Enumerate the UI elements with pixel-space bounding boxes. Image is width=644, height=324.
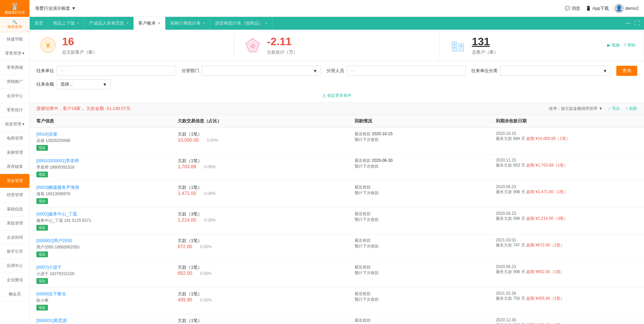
sidebar-item-member[interactable]: 会员中心: [0, 89, 29, 103]
env-dropdown-icon[interactable]: ▼: [72, 6, 76, 11]
debt-amount-5[interactable]: 652.00: [178, 270, 192, 276]
collapse-btn[interactable]: ⋀ 收起更多条件: [323, 93, 352, 98]
tab-close-purchase[interactable]: ×: [203, 21, 205, 26]
overdue-info-3: 2020.06.23 最长欠款 998 天 超期 ¥1,214.00（3笔）: [496, 211, 637, 222]
help-btn[interactable]: ? 帮助: [624, 42, 636, 48]
content-area: ¥ 16 总欠款客户（家） ◇ -2.11: [30, 30, 644, 324]
customer-info-1: [00010200001]李老师 李老师 18600391516 现款: [36, 158, 178, 177]
stat-overdue-amount: ◇ -2.11 欠款合计（万）: [234, 30, 439, 61]
message-icon: 💬: [565, 6, 570, 11]
sidebar-item-ecommerce[interactable]: 电商管理: [0, 131, 29, 146]
debt-info-6: 欠款（1笔） 455.90 0.00%: [178, 291, 355, 302]
tab-products[interactable]: 商品上下架×: [48, 17, 84, 30]
filter-row-2: 往来余额 选择... ▼: [36, 79, 637, 89]
message-btn[interactable]: 💬 消息: [565, 5, 580, 11]
sidebar-item-marketing[interactable]: 营销推广: [0, 75, 29, 89]
debt-amount-6[interactable]: 455.90: [178, 297, 192, 302]
customer-name-1[interactable]: [00010200001]李老师: [36, 158, 79, 163]
sidebar-item-retail-stats[interactable]: 零售统计: [0, 103, 29, 117]
person-input[interactable]: ···: [347, 66, 466, 76]
overdue-amount-2[interactable]: 超期 ¥1,471.00（1笔）: [526, 189, 568, 194]
customer-name-2[interactable]: [0003]畅捷服务尹海燕: [36, 185, 79, 190]
sidebar-logo: 🐰 畅捷通好生意: [0, 0, 29, 17]
payment-info-0: 最近收款 2020-10-15 预计下次收款: [355, 131, 496, 143]
sort-btn[interactable]: 排序：按欠款金额倒序排序 ▼: [549, 106, 603, 112]
tab-close-customer[interactable]: ×: [158, 21, 160, 26]
filter-row-1: 往来单位 ··· 分管部门 ▼ 分管人员 ···: [36, 66, 637, 76]
sidebar-item-enterprise-wx[interactable]: 企业微信: [0, 273, 29, 287]
last-payment-label-1: 最近收款: [355, 158, 371, 163]
svg-rect-7: [460, 45, 462, 47]
sidebar-item-newbie[interactable]: 新手引导: [0, 245, 29, 259]
debt-amount-1[interactable]: 1,703.68: [178, 164, 196, 169]
svg-rect-8: [454, 47, 455, 49]
unit-category-select[interactable]: ▼: [500, 66, 611, 76]
tab-purchase[interactable]: 采购订单统计表×: [165, 17, 210, 30]
customer-name-5[interactable]: [0007]小进干: [36, 265, 62, 270]
overdue-amount-3[interactable]: 超期 ¥1,214.00（3笔）: [526, 216, 568, 221]
sidebar-item-operations[interactable]: 经营管理: [0, 188, 29, 202]
tab-import[interactable]: 进货单统计表（按商品）×: [210, 17, 273, 30]
customer-name-6[interactable]: [0006]去下粮仓: [36, 291, 66, 296]
from-unit-input[interactable]: ···: [57, 66, 176, 76]
building-icon: [448, 35, 468, 55]
sidebar-item-batch-mgmt[interactable]: 批发管理 ▾: [0, 117, 29, 131]
tab-minimize-btn[interactable]: —: [624, 20, 632, 27]
user-avatar[interactable]: 👤 demo2: [614, 4, 639, 13]
overdue-amount-4[interactable]: 超期 ¥672.00（1笔）: [526, 243, 564, 247]
stat-info-overdue-customers: 16 总欠款客户（家）: [62, 35, 97, 55]
tab-customer[interactable]: 客户账本×: [134, 17, 165, 30]
overdue-amount-1[interactable]: 超期 ¥1,703.68（1笔）: [526, 163, 568, 168]
sidebar-item-inventory[interactable]: 库存核算: [0, 160, 29, 174]
debt-amount-0[interactable]: 10,000.00: [178, 137, 199, 143]
refresh-btn[interactable]: ○ 刷新: [625, 106, 637, 112]
filter-dept: 分管部门 ▼: [181, 66, 321, 76]
from-unit-label: 往来单位: [36, 68, 54, 74]
sidebar-item-app-center[interactable]: 应用中心: [0, 259, 29, 273]
tab-home[interactable]: 首页: [30, 17, 48, 30]
export-btn[interactable]: ○ 导出: [608, 106, 620, 112]
sidebar-item-basic-info[interactable]: 基础信息: [0, 202, 29, 216]
sidebar-item-finance[interactable]: 资金管理: [0, 174, 29, 188]
filter-area: 往来单位 ··· 分管部门 ▼ 分管人员 ···: [30, 61, 644, 103]
sidebar-item-purchase-mgmt[interactable]: 采购管理: [0, 146, 29, 160]
overdue-amount-5[interactable]: 超期 ¥652.00（1笔）: [526, 269, 564, 274]
sidebar-item-quick-nav[interactable]: 快捷导航: [0, 32, 29, 47]
table-row: [0016]吴俊 吴俊 13026203696 现款 欠款（1笔） 10,000…: [30, 128, 644, 154]
stat-label-overdue-customers: 总欠款客户（家）: [62, 49, 97, 55]
view-video-btn[interactable]: ▶ 视频: [607, 42, 620, 48]
tab-close-production[interactable]: ×: [126, 21, 129, 26]
refresh-icon: ○: [625, 106, 628, 111]
customer-name-7[interactable]: [000001]黄思源: [36, 318, 67, 323]
debt-amount-2[interactable]: 1,471.00: [178, 190, 196, 196]
debt-amount-3[interactable]: 1,214.00: [178, 217, 196, 223]
tab-close-products[interactable]: ×: [77, 21, 79, 26]
sidebar-item-enterprise[interactable]: 企业协同: [0, 231, 29, 245]
sidebar-item-retail-mall[interactable]: 零售商城: [0, 61, 29, 75]
customer-info-6: [0006]去下粮仓 陈小希 现款: [36, 291, 178, 311]
last-payment-label-0: 最近收款: [355, 131, 371, 136]
search-menu[interactable]: 🔍 搜索菜单: [0, 17, 29, 32]
overdue-amount-0[interactable]: 超期 ¥10,000.00（1笔）: [526, 136, 570, 141]
search-button[interactable]: 查询: [616, 66, 637, 76]
overdue-amount-6[interactable]: 超期 ¥455.90（1笔）: [526, 296, 564, 301]
tab-maximize-btn[interactable]: ⛶: [633, 20, 641, 27]
diamond-icon: ◇: [243, 35, 263, 55]
tab-close-import[interactable]: ×: [265, 21, 268, 26]
app-download-btn[interactable]: 📱 App下载: [586, 5, 609, 11]
sidebar-item-retail-mgmt[interactable]: 零售管理 ▾: [0, 47, 29, 61]
overdue-amount-7[interactable]: 超期 ¥429.00（1笔）: [526, 323, 564, 324]
customer-info-5: [0007]小进干 小进干 18279152100 现款: [36, 264, 178, 284]
sidebar-item-vip-member[interactable]: 畅会员: [0, 287, 29, 301]
overdue-info-2: 2020.06.23 最长欠款 998 天 超期 ¥1,471.00（1笔）: [496, 184, 637, 195]
customer-name-3[interactable]: [0002]服务中心_丁磊: [36, 211, 77, 216]
balance-select[interactable]: 选择... ▼: [57, 79, 111, 89]
customer-name-4[interactable]: [000002]用户2050: [36, 238, 72, 243]
tab-production[interactable]: 产成品入库单历史×: [84, 17, 134, 30]
stat-value-overdue-amount: -2.11: [267, 35, 298, 48]
customer-tag-6: 现款: [36, 305, 48, 311]
customer-name-0[interactable]: [0016]吴俊: [36, 131, 57, 137]
sidebar-item-system[interactable]: 系统管理: [0, 216, 29, 231]
dept-select[interactable]: ▼: [202, 66, 321, 76]
debt-amount-4[interactable]: 672.00: [178, 244, 192, 249]
